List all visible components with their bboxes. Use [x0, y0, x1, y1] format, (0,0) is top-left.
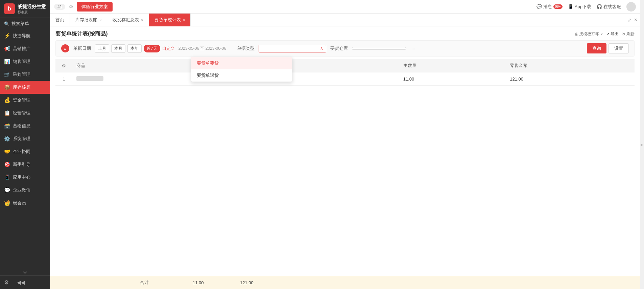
type-filter-text[interactable] — [262, 46, 320, 51]
message-action[interactable]: 💬 消息 99+ — [536, 4, 563, 10]
setting-button[interactable]: 设置 — [609, 43, 629, 53]
date-btn-up-month[interactable]: 上月 — [95, 44, 109, 53]
logo-icon: b — [4, 3, 15, 14]
sidebar-item-member[interactable]: 👑 畅会员 — [0, 197, 50, 209]
row-no: 1 — [55, 72, 72, 86]
quick-nav-icon: ⚡ — [4, 33, 10, 39]
sidebar-item-purchase[interactable]: 🛒 采购管理 — [0, 68, 50, 81]
date-btn-custom[interactable]: 自定义 — [162, 46, 174, 51]
sidebar-item-inventory[interactable]: 📦 库存核算 — [0, 81, 50, 94]
member-icon: 👑 — [4, 200, 10, 206]
page-header: 要货单统计表(按商品) 🖨 按模板打印 ∨ ↗ 导出 ↻ 刷新 — [50, 26, 640, 40]
tab-order-stats-close[interactable]: × — [183, 18, 185, 22]
search-menu-label: 搜索菜单 — [11, 21, 29, 27]
sidebar-scroll-down[interactable] — [0, 270, 50, 275]
refresh-label: 刷新 — [626, 31, 635, 37]
print-chevron-icon: ∨ — [600, 32, 603, 36]
sidebar-item-appstore[interactable]: 📱 应用中心 — [0, 171, 50, 184]
type-filter-input[interactable]: ∧ — [259, 45, 326, 52]
type-dropdown: 要货单要货 要货单退货 — [191, 57, 292, 82]
app-download-action[interactable]: 📱 App下载 — [568, 4, 591, 10]
footer-total-label: 合计 — [140, 280, 149, 286]
sidebar-item-quick-nav[interactable]: ⚡ 快捷导航 — [0, 29, 50, 42]
app-logo: b 畅捷通好生意 标准版 — [0, 0, 50, 18]
date-btn-current-year[interactable]: 本年 — [127, 44, 142, 53]
goods-blurred — [76, 76, 103, 81]
tab-home-label: 首页 — [55, 17, 64, 23]
sidebar-item-label: 销售管理 — [13, 59, 30, 65]
tabs-maximize-icon[interactable]: ⤢ — [627, 17, 631, 23]
table-settings-icon[interactable]: ⚙ — [62, 63, 66, 68]
filter-expand-button[interactable]: » — [61, 44, 69, 52]
tab-receivable-summary-close[interactable]: × — [141, 18, 143, 22]
collapse-icon[interactable]: ◀◀ — [17, 279, 25, 286]
dropdown-item-order-goods[interactable]: 要货单要货 — [191, 57, 292, 69]
tab-home[interactable]: 首页 — [50, 14, 70, 26]
sidebar-footer: ⚙ ◀◀ — [0, 275, 50, 289]
sidebar-item-label: 应用中心 — [13, 174, 30, 180]
sales-icon: 📊 — [4, 59, 10, 65]
page-content: 要货单统计表(按商品) 🖨 按模板打印 ∨ ↗ 导出 ↻ 刷新 — [50, 26, 640, 289]
sidebar-item-marketing[interactable]: 📢 营销推广 — [0, 42, 50, 55]
date-btn-7days[interactable]: 近7天 — [144, 45, 160, 52]
tab-receivable-summary[interactable]: 收发存汇总表 × — [107, 14, 149, 26]
tab-inventory-batch-label: 库存批次账 — [75, 17, 97, 23]
sidebar-item-system[interactable]: ⚙️ 系统管理 — [0, 132, 50, 145]
appstore-icon: 📱 — [4, 174, 10, 180]
sidebar-item-operations[interactable]: 📋 经营管理 — [0, 107, 50, 119]
type-filter-label: 单据类型 — [237, 45, 255, 51]
table-footer: 合计 11.00 121.00 — [50, 276, 640, 289]
sidebar: b 畅捷通好生意 标准版 🔍 搜索菜单 ⚡ 快捷导航 📢 营销推广 📊 销售管理… — [0, 0, 50, 289]
tab-inventory-batch[interactable]: 库存批次账 × — [70, 14, 107, 26]
sidebar-item-label: 畅会员 — [13, 200, 26, 206]
table-header-quantity: 主数量 — [399, 59, 506, 72]
app-name: 畅捷通好生意 — [18, 3, 46, 9]
operations-icon: 📋 — [4, 110, 10, 116]
refresh-action[interactable]: ↻ 刷新 — [622, 31, 635, 37]
wechat-icon: 💬 — [4, 187, 10, 193]
dropdown-item-order-return[interactable]: 要货单退货 — [191, 69, 292, 82]
sidebar-item-finance[interactable]: 💰 资金管理 — [0, 94, 50, 107]
tab-inventory-batch-close[interactable]: × — [99, 18, 101, 22]
basics-icon: 🗃️ — [4, 123, 10, 129]
table-header-settings[interactable]: ⚙ — [55, 59, 72, 72]
table-header-amount: 零售金额 — [506, 59, 635, 72]
sidebar-item-cooperation[interactable]: 🤝 企业协同 — [0, 145, 50, 158]
export-action[interactable]: ↗ 导出 — [606, 31, 619, 37]
app-download-icon: 📱 — [568, 4, 573, 9]
sidebar-item-wechat[interactable]: 💬 企业微信 — [0, 184, 50, 197]
sidebar-item-label: 系统管理 — [13, 136, 30, 142]
expand-icon: » — [64, 46, 67, 51]
industry-solution-button[interactable]: 体验行业方案 — [77, 2, 113, 12]
online-service-label: 在线客服 — [603, 4, 621, 10]
sidebar-item-label: 采购管理 — [13, 71, 30, 77]
export-icon: ↗ — [606, 32, 610, 37]
export-label: 导出 — [611, 31, 619, 37]
tab-order-stats-label: 要货单统计表 — [154, 17, 181, 23]
print-template-action[interactable]: 🖨 按模板打印 ∨ — [574, 31, 603, 37]
tab-order-stats[interactable]: 要货单统计表 × — [149, 14, 191, 26]
sidebar-item-label: 基础信息 — [13, 123, 30, 129]
sidebar-item-guide[interactable]: 🎯 新手引导 — [0, 158, 50, 171]
footer-amount: 121.00 — [240, 280, 267, 285]
query-button[interactable]: 查询 — [587, 43, 606, 53]
dropdown-item-label: 要货单要货 — [197, 61, 219, 66]
purchase-icon: 🛒 — [4, 71, 10, 77]
date-btn-current-month[interactable]: 本月 — [111, 44, 125, 53]
warehouse-filter-input[interactable] — [352, 47, 406, 50]
filter-more-icon[interactable]: ··· — [411, 46, 415, 51]
online-service-action[interactable]: 🎧 在线客服 — [597, 4, 621, 10]
finance-icon: 💰 — [4, 97, 10, 103]
sidebar-item-sales[interactable]: 📊 销售管理 — [0, 55, 50, 68]
right-collapse-bar[interactable]: ▶ — [640, 0, 644, 289]
sidebar-item-label: 企业微信 — [13, 187, 30, 193]
user-avatar[interactable] — [626, 2, 636, 12]
settings-icon[interactable]: ⚙ — [4, 279, 9, 286]
row-amount: 121.00 — [506, 72, 635, 86]
row-quantity: 11.00 — [399, 72, 506, 86]
sidebar-item-basics[interactable]: 🗃️ 基础信息 — [0, 119, 50, 132]
header-gear-icon[interactable]: ⚙ — [69, 3, 73, 10]
tabs-close-all-icon[interactable]: × — [634, 17, 637, 23]
tab-count: 41 — [54, 4, 65, 10]
search-menu[interactable]: 🔍 搜索菜单 — [0, 18, 50, 29]
